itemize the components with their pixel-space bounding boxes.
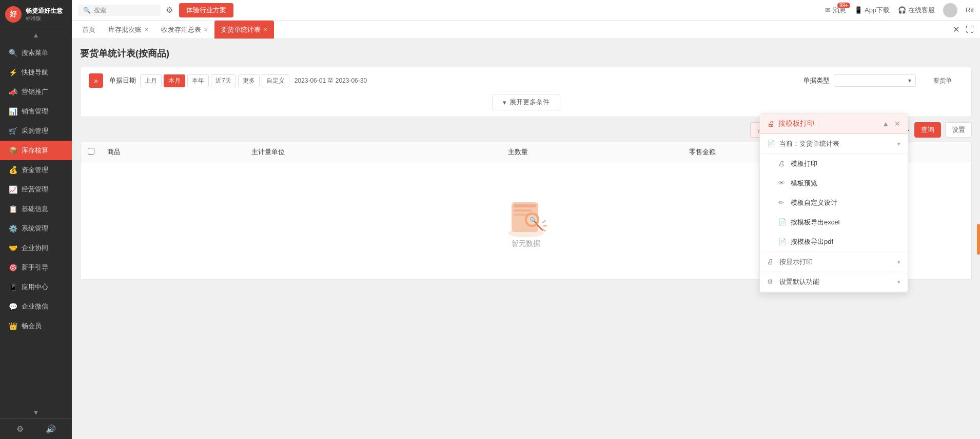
sidebar-item-label: 销售管理 [22, 107, 48, 116]
sidebar-item-wechat[interactable]: 💬 企业微信 [0, 297, 72, 316]
sidebar-item-label: 资金管理 [22, 165, 48, 175]
settings-btn[interactable]: 设置 [945, 122, 972, 138]
inventory-icon: 📦 [8, 146, 17, 155]
sidebar-item-label: 企业协同 [22, 243, 48, 253]
expand-more-btn[interactable]: ▾ 展开更多条件 [492, 94, 560, 110]
tab-home[interactable]: 首页 [76, 21, 102, 39]
select-all-checkbox[interactable] [88, 148, 94, 155]
tab-inventory-batch[interactable]: 库存批次账 × [102, 21, 155, 39]
print-dropdown-title: 按模板打印 [778, 119, 814, 128]
tab-home-label: 首页 [82, 25, 95, 34]
date-btn-7days[interactable]: 近7天 [211, 74, 236, 87]
print-dropdown-title-area: 🖨 按模板打印 [767, 119, 814, 128]
display-print-group[interactable]: 🖨 按显示打印 ▾ [760, 252, 908, 272]
sidebar-item-guide[interactable]: 🎯 新手引导 [0, 258, 72, 277]
sidebar-item-finance[interactable]: 💰 资金管理 [0, 160, 72, 180]
sidebar-item-appstore[interactable]: 📱 应用中心 [0, 277, 72, 297]
dropdown-item-export-pdf[interactable]: 📄 按模板导出pdf [760, 232, 908, 252]
avatar[interactable] [943, 3, 957, 17]
tab-inventory-batch-close[interactable]: × [145, 26, 148, 33]
close-dropdown-icon[interactable]: ✕ [894, 120, 900, 128]
sidebar-item-label: 搜索菜单 [22, 48, 48, 58]
page-title: 要货单统计表(按商品) [80, 47, 972, 60]
sidebar-item-purchase[interactable]: 🛒 采购管理 [0, 121, 72, 141]
online-service-icon: 🎧 [898, 6, 906, 14]
dropdown-item-template-print[interactable]: 🖨 模板打印 [760, 154, 908, 174]
chevron-up-icon[interactable]: ▲ [882, 120, 889, 128]
query-label: 查询 [921, 125, 934, 135]
audio-toggle-icon[interactable]: 🔊 [46, 424, 56, 434]
set-default-left: ⚙ 设置默认功能 [767, 277, 819, 287]
current-template-item[interactable]: 📄 当前：要货单统计表 ▾ [760, 134, 908, 154]
sidebar-item-label: 新手引导 [22, 263, 48, 272]
tabs-close-all-btn[interactable]: ✕ [951, 23, 962, 36]
template-print-icon: 🖨 [778, 160, 787, 168]
app-download-btn[interactable]: 📱 App下载 [854, 6, 890, 15]
tab-receive-summary[interactable]: 收发存汇总表 × [155, 21, 214, 39]
sidebar-bottom: ⚙ 🔊 [0, 418, 72, 439]
search-bar[interactable]: 🔍 [78, 5, 161, 16]
settings-bottom-icon[interactable]: ⚙ [16, 424, 24, 434]
display-print-left: 🖨 按显示打印 [767, 257, 813, 266]
purchase-icon: 🛒 [8, 126, 17, 136]
order-status-label: 要货单 [922, 77, 963, 85]
date-btn-custom[interactable]: 自定义 [262, 74, 289, 87]
print-dropdown-icon: 🖨 [767, 120, 774, 128]
sidebar-item-system[interactable]: ⚙️ 系统管理 [0, 219, 72, 238]
sidebar-item-sales[interactable]: 📊 销售管理 [0, 102, 72, 121]
trial-btn[interactable]: 体验行业方案 [179, 3, 233, 17]
appstore-icon: 📱 [8, 282, 17, 292]
order-type-filter: 单据类型 ▾ [803, 74, 916, 87]
app-download-icon: 📱 [854, 6, 863, 14]
date-btn-prev-month[interactable]: 上月 [140, 74, 162, 87]
order-type-select[interactable]: ▾ [834, 74, 916, 87]
sidebar-item-basic[interactable]: 📋 基础信息 [0, 199, 72, 219]
set-default-group[interactable]: ⚙ 设置默认功能 ▾ [760, 272, 908, 292]
topbar-settings-icon[interactable]: ⚙ [166, 5, 173, 15]
date-btn-current-year[interactable]: 本年 [187, 74, 209, 87]
dropdown-item-template-preview[interactable]: 👁 模板预览 [760, 174, 908, 193]
topbar-right: ✉ 消息 99+ 📱 App下载 🎧 在线客服 Rit [825, 3, 974, 17]
export-excel-icon: 📄 [778, 218, 787, 226]
topbar: 🔍 ⚙ 体验行业方案 ✉ 消息 99+ 📱 App下载 🎧 在线客服 Rit [72, 0, 980, 21]
date-btn-current-month[interactable]: 本月 [164, 74, 185, 87]
sidebar-item-inventory[interactable]: 📦 库存核算 [0, 141, 72, 160]
sidebar-item-label: 经营管理 [22, 185, 48, 194]
dropdown-item-export-excel[interactable]: 📄 按模板导出excel [760, 213, 908, 232]
tab-order-stats-close[interactable]: × [264, 26, 267, 33]
message-badge: 99+ [837, 3, 850, 8]
tab-receive-summary-label: 收发存汇总表 [161, 25, 201, 34]
tab-order-stats[interactable]: 要货单统计表 × [214, 21, 274, 39]
sidebar-item-collab[interactable]: 🤝 企业协同 [0, 238, 72, 258]
sidebar-nav: 🔍 搜索菜单 ⚡ 快捷导航 📣 营销推广 📊 销售管理 🛒 采购管理 📦 库存核… [0, 41, 72, 407]
sidebar: 好 畅捷通好生意 标准版 ▲ 🔍 搜索菜单 ⚡ 快捷导航 📣 营销推广 📊 销售… [0, 0, 72, 439]
sidebar-item-marketing[interactable]: 📣 营销推广 [0, 82, 72, 102]
username: Rit [966, 6, 974, 14]
sidebar-scroll-down[interactable]: ▼ [0, 407, 72, 418]
sidebar-scroll-up[interactable]: ▲ [0, 29, 72, 41]
tabs-maximize-btn[interactable]: ⛶ [964, 23, 976, 36]
col-quantity: 主数量 [502, 142, 683, 162]
search-input[interactable] [94, 7, 155, 14]
query-btn[interactable]: 查询 [914, 122, 941, 138]
date-btn-more[interactable]: 更多 [238, 74, 260, 87]
tab-inventory-batch-label: 库存批次账 [108, 25, 142, 34]
sidebar-item-operation[interactable]: 📈 经营管理 [0, 180, 72, 199]
app-download-label: App下载 [865, 6, 890, 15]
filter-expand-btn[interactable]: » [89, 73, 103, 88]
sidebar-item-search[interactable]: 🔍 搜索菜单 [0, 43, 72, 63]
set-default-section: ⚙ 设置默认功能 ▾ [760, 272, 908, 292]
sidebar-item-label: 应用中心 [22, 282, 48, 292]
sidebar-item-member[interactable]: 👑 畅会员 [0, 316, 72, 336]
dropdown-item-template-design[interactable]: ✏ 模板自定义设计 [760, 193, 908, 213]
item-label: 🖨 模板打印 [778, 159, 817, 168]
col-checkbox[interactable] [81, 142, 101, 162]
sidebar-item-shortcut[interactable]: ⚡ 快捷导航 [0, 63, 72, 82]
set-default-label: 设置默认功能 [779, 277, 819, 287]
online-service-btn[interactable]: 🎧 在线客服 [898, 6, 935, 15]
messages-btn[interactable]: ✉ 消息 99+ [825, 6, 846, 15]
tab-receive-summary-close[interactable]: × [204, 26, 208, 33]
sidebar-item-label: 采购管理 [22, 126, 48, 136]
sidebar-logo: 好 畅捷通好生意 标准版 [0, 0, 72, 29]
search-icon: 🔍 [8, 48, 17, 58]
